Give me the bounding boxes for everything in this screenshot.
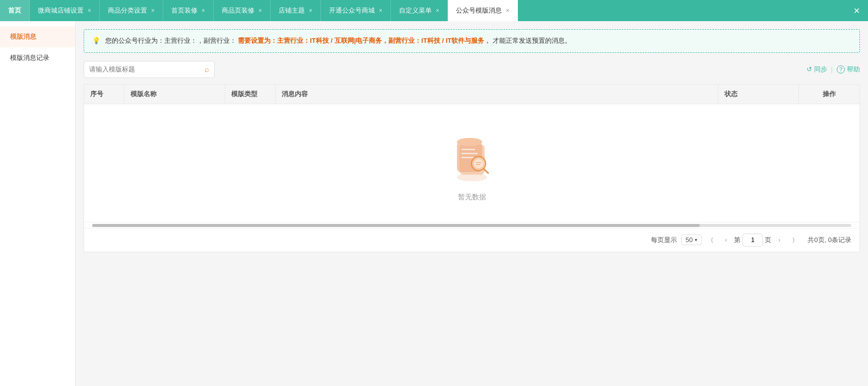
scrollbar-track <box>92 224 851 227</box>
tab-home-decor[interactable]: 首页装修 × <box>163 0 214 21</box>
table-header: 序号 模版名称 模版类型 消息内容 状态 操作 <box>84 85 859 104</box>
tab-open-wechat-mall-label: 开通公众号商城 <box>329 6 375 15</box>
tab-store-theme-close[interactable]: × <box>309 7 312 14</box>
toolbar-divider: | <box>831 65 833 73</box>
tab-template-message-label: 公众号模版消息 <box>456 6 502 15</box>
tab-home[interactable]: 首页 <box>0 0 30 21</box>
close-all-tabs-button[interactable]: ✕ <box>845 6 868 16</box>
scrollbar-thumb[interactable] <box>92 224 700 227</box>
tab-store-theme[interactable]: 店铺主题 × <box>271 0 321 21</box>
svg-point-8 <box>474 159 483 168</box>
tab-wechat-store[interactable]: 微商城店铺设置 × <box>30 0 100 21</box>
per-page-select[interactable]: 50 ▾ <box>681 235 702 245</box>
sidebar-item-template-msg[interactable]: 模版消息 <box>0 26 75 47</box>
search-input[interactable] <box>89 65 205 73</box>
sidebar-item-template-msg-log[interactable]: 模版消息记录 <box>0 47 75 68</box>
first-page-button[interactable]: ⟨ <box>706 234 718 246</box>
col-header-seq: 序号 <box>84 85 124 104</box>
sidebar-item-template-msg-log-label: 模版消息记录 <box>10 54 49 61</box>
sync-button[interactable]: ↺ 同步 <box>807 65 827 74</box>
tab-product-category-close[interactable]: × <box>151 7 155 14</box>
tab-template-message[interactable]: 公众号模版消息 × <box>448 0 518 21</box>
search-bar: ⌕ ↺ 同步 | ? 帮助 <box>84 61 860 78</box>
tab-wechat-store-label: 微商城店铺设置 <box>38 6 84 15</box>
sync-icon: ↺ <box>807 65 812 73</box>
empty-state: 暂无数据 <box>84 104 859 222</box>
notice-box: 💡 您的公众号行业为：主营行业：，副营行业： 需要设置为：主营行业：IT科技 /… <box>84 29 860 53</box>
data-table: 序号 模版名称 模版类型 消息内容 状态 操作 <box>84 84 860 252</box>
tab-store-theme-label: 店铺主题 <box>279 6 305 15</box>
tab-product-page-decor[interactable]: 商品页装修 × <box>214 0 271 21</box>
tab-custom-menu-label: 自定义菜单 <box>399 6 432 15</box>
search-input-wrap[interactable]: ⌕ <box>84 61 215 78</box>
main-layout: 模版消息 模版消息记录 💡 您的公众号行业为：主营行业：，副营行业： 需要设置为… <box>0 21 868 386</box>
tab-wechat-store-close[interactable]: × <box>88 7 91 14</box>
tab-custom-menu[interactable]: 自定义菜单 × <box>391 0 448 21</box>
prev-page-button[interactable]: ‹ <box>720 234 732 246</box>
col-header-action: 操作 <box>799 85 859 104</box>
tab-custom-menu-close[interactable]: × <box>436 7 439 14</box>
tab-template-message-close[interactable]: × <box>506 7 509 14</box>
horizontal-scrollbar[interactable] <box>84 222 859 228</box>
help-button[interactable]: ? 帮助 <box>837 65 860 74</box>
chevron-down-icon: ▾ <box>695 237 697 243</box>
total-info: 共0页, 0条记录 <box>808 236 851 245</box>
per-page-label: 每页显示 <box>651 236 677 245</box>
notice-highlight: 需要设置为：主营行业：IT科技 / 互联网|电子商务，副营行业：IT科技 / I… <box>238 37 491 44</box>
content-area: 💡 您的公众号行业为：主营行业：，副营行业： 需要设置为：主营行业：IT科技 /… <box>76 21 868 386</box>
tab-home-decor-label: 首页装修 <box>171 6 197 15</box>
page-input[interactable] <box>743 234 763 247</box>
notice-suffix: 才能正常发送预置的消息。 <box>493 37 571 44</box>
help-label: 帮助 <box>847 65 860 74</box>
col-header-name: 模版名称 <box>124 85 225 104</box>
page-unit: 页 <box>765 236 771 245</box>
page-label: 第 <box>734 236 741 245</box>
tab-product-page-decor-close[interactable]: × <box>258 7 262 14</box>
tab-product-category[interactable]: 商品分类设置 × <box>100 0 163 21</box>
tab-open-wechat-mall[interactable]: 开通公众号商城 × <box>321 0 391 21</box>
tab-home-label: 首页 <box>8 6 21 15</box>
empty-text: 暂无数据 <box>458 193 486 202</box>
sidebar: 模版消息 模版消息记录 <box>0 21 76 386</box>
toolbar-right: ↺ 同步 | ? 帮助 <box>807 65 860 74</box>
notice-prefix: 您的公众号行业为：主营行业：，副营行业： <box>105 37 236 44</box>
tab-product-page-decor-label: 商品页装修 <box>222 6 254 15</box>
col-header-status: 状态 <box>718 85 799 104</box>
pagination: 每页显示 50 ▾ ⟨ ‹ 第 页 › ⟩ 共0页, 0条记录 <box>84 228 859 252</box>
col-header-content: 消息内容 <box>276 85 718 104</box>
col-header-type: 模版类型 <box>225 85 276 104</box>
help-icon: ? <box>837 65 845 73</box>
tab-product-category-label: 商品分类设置 <box>108 6 147 15</box>
sidebar-item-template-msg-label: 模版消息 <box>10 33 36 40</box>
svg-point-3 <box>457 138 482 146</box>
empty-icon <box>447 134 497 185</box>
per-page-value: 50 <box>686 236 693 244</box>
last-page-button[interactable]: ⟩ <box>787 234 799 246</box>
next-page-button[interactable]: › <box>773 234 785 246</box>
search-icon[interactable]: ⌕ <box>205 65 209 73</box>
tab-bar: 首页 微商城店铺设置 × 商品分类设置 × 首页装修 × 商品页装修 × 店铺主… <box>0 0 868 21</box>
sync-label: 同步 <box>814 65 827 74</box>
notice-icon: 💡 <box>92 37 100 44</box>
tab-home-decor-close[interactable]: × <box>202 7 205 14</box>
tab-open-wechat-mall-close[interactable]: × <box>379 7 382 14</box>
page-nav: ⟨ ‹ 第 页 › ⟩ <box>706 234 799 247</box>
